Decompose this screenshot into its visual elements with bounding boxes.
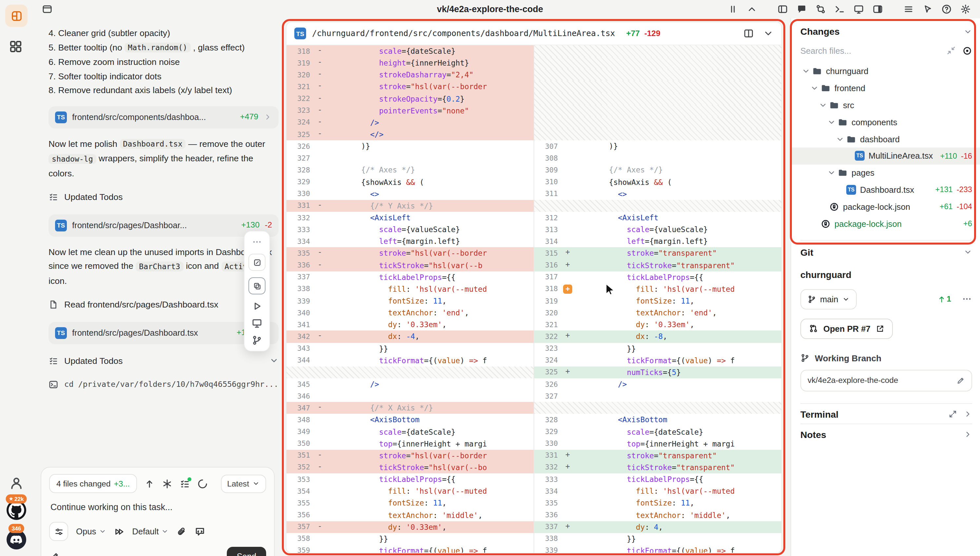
chevron-down-icon[interactable] [827, 118, 836, 126]
diff-line-new: 336 textAnchor: 'middle', [534, 509, 781, 521]
terminal-command-row[interactable]: cd /private/var/folders/10/h7w0q46556ggr… [48, 378, 279, 392]
expand-terminal-button[interactable] [949, 410, 957, 419]
tree-item-pages[interactable]: pages [801, 165, 972, 182]
chevron-down-icon[interactable] [810, 84, 819, 92]
diff-line-old: 352- tickStroke="hsl(var(--bo [286, 462, 534, 474]
notes-section-header[interactable]: Notes [801, 423, 972, 444]
scroll-to-top-button[interactable] [144, 478, 155, 489]
more-actions-button[interactable] [252, 237, 262, 247]
tree-item-churnguard[interactable]: churnguard [801, 63, 972, 80]
collapse-tree-button[interactable] [946, 46, 956, 55]
chevron-down-icon[interactable] [270, 356, 279, 365]
diff-line-new: 323 }} [534, 343, 781, 354]
collapse-up-button[interactable] [747, 4, 757, 15]
settings-button[interactable] [960, 4, 971, 15]
pause-button[interactable] [728, 4, 738, 15]
watch-toggle-button[interactable] [962, 45, 972, 55]
diff-row: 351- stroke="hsl(var(--border331+ stroke… [286, 450, 781, 462]
present-button[interactable] [252, 318, 262, 328]
file-chip[interactable]: TSfrontend/src/components/dashboa...+479 [48, 106, 279, 128]
pointer-mode-button[interactable] [922, 4, 933, 15]
tool-row[interactable]: Updated Todos [48, 190, 279, 204]
tree-item-package-lock-json[interactable]: package-lock.json+6 [801, 215, 972, 232]
diff-line-old: 353 tickLabelProps={{ [286, 474, 534, 485]
topbar: vk/4e2a-explore-the-code [0, 0, 980, 18]
working-branch-input[interactable]: vk/4e2a-explore-the-code [801, 370, 972, 391]
diff-line-old: 339 fontSize: 11, [286, 295, 534, 307]
chevron-down-icon[interactable] [802, 67, 810, 76]
pull-request-icon [809, 324, 818, 333]
help-button[interactable] [941, 4, 952, 15]
diff-row: 327308 [286, 152, 781, 164]
chat-settings-button[interactable] [49, 522, 68, 541]
add-comment-button[interactable]: + [563, 284, 572, 294]
github-icon [6, 500, 26, 520]
chevron-down-icon[interactable] [827, 168, 836, 177]
fast-forward-button[interactable] [114, 526, 124, 537]
diff-line-old: 340 textAnchor: 'end', [286, 307, 534, 318]
model-dropdown[interactable]: Opus [76, 527, 106, 536]
edit-branch-button[interactable] [956, 377, 965, 385]
terminal-section-header[interactable]: Terminal [801, 403, 972, 423]
chevron-down-icon [98, 528, 106, 535]
tree-item-src[interactable]: src [801, 97, 972, 114]
chat-panel-button[interactable] [796, 4, 807, 15]
diff-line-old: 359 tickFormat={(value) => f [286, 545, 534, 553]
folder-icon [846, 134, 856, 144]
tree-item-frontend[interactable]: frontend [801, 80, 972, 97]
collapse-changes-button[interactable] [964, 27, 972, 36]
open-pr-button[interactable]: Open PR #7 [801, 318, 893, 339]
branch-button[interactable] [252, 335, 262, 346]
commits-ahead[interactable]: 1 [937, 295, 951, 304]
account-button[interactable] [9, 476, 24, 490]
search-files-input[interactable]: Search files... [801, 45, 940, 55]
toggle-right-panel-button[interactable] [872, 4, 883, 15]
send-button[interactable]: Send [227, 547, 266, 556]
tree-item-dashboard-tsx[interactable]: TSDashboard.tsx+131-233 [801, 181, 972, 198]
tool-row-label: Updated Todos [64, 190, 123, 204]
home-workspace-button[interactable] [5, 5, 27, 27]
branch-selector[interactable]: main [801, 289, 857, 309]
terminal-button[interactable] [835, 4, 845, 15]
diff-line-old: 335- stroke="hsl(var(--border [286, 247, 534, 259]
tree-item-dashboard[interactable]: dashboard [801, 131, 972, 147]
collapse-diff-button[interactable] [763, 28, 773, 39]
menu-button[interactable] [903, 4, 914, 15]
chevron-down-icon[interactable] [836, 135, 844, 143]
diff-row: 348 <AxisBottom328 <AxisBottom [286, 414, 781, 426]
ahead-count: 1 [946, 295, 951, 304]
mode-dropdown[interactable]: Default [132, 527, 168, 536]
diff-row: 318- scale={dateScale} [286, 45, 781, 57]
chat-paragraph: Now let me polish Dashboard.tsx — remove… [48, 137, 279, 180]
code-review-button[interactable] [195, 526, 205, 537]
git-compare-button[interactable] [815, 4, 826, 15]
todos-button[interactable] [179, 478, 190, 489]
tool-row[interactable]: Updated Todos [48, 354, 279, 368]
composer-input[interactable]: Continue working on this task... [50, 502, 265, 512]
edit-pencil-button[interactable] [49, 551, 60, 556]
annotate-button[interactable] [249, 254, 265, 271]
workspaces-button[interactable] [8, 39, 23, 57]
collapse-git-button[interactable] [964, 248, 972, 257]
diff-line-old: 348 <AxisBottom [286, 414, 534, 426]
files-changed-chip[interactable]: 4 files changed +3... [49, 474, 137, 493]
latest-dropdown[interactable]: Latest [221, 474, 266, 493]
run-button[interactable] [252, 301, 262, 312]
file-chip[interactable]: TSfrontend/src/pages/Dashboar...+130-2 [48, 214, 279, 236]
copy-button[interactable] [249, 277, 265, 294]
tree-item-package-lock-json[interactable]: package-lock.json+61-104 [801, 198, 972, 215]
tree-item-multilinearea-tsx[interactable]: TSMultiLineArea.tsx+110-16 [801, 147, 972, 165]
preview-monitor-button[interactable] [854, 4, 864, 15]
folder-icon [829, 100, 839, 110]
git-menu-button[interactable] [962, 294, 972, 305]
discord-link[interactable]: 346 [6, 530, 26, 550]
window-icon[interactable] [42, 4, 52, 15]
chevron-down-icon[interactable] [819, 101, 827, 110]
toggle-left-panel-button[interactable] [777, 4, 788, 15]
tree-item-components[interactable]: components [801, 114, 972, 131]
sparkle-button[interactable] [162, 478, 173, 489]
diff-line-new: 330 top={innerHeight + margi [534, 438, 781, 449]
attach-button[interactable] [176, 526, 187, 537]
github-link[interactable]: ★22k [6, 500, 26, 520]
split-view-toggle[interactable] [743, 28, 754, 39]
